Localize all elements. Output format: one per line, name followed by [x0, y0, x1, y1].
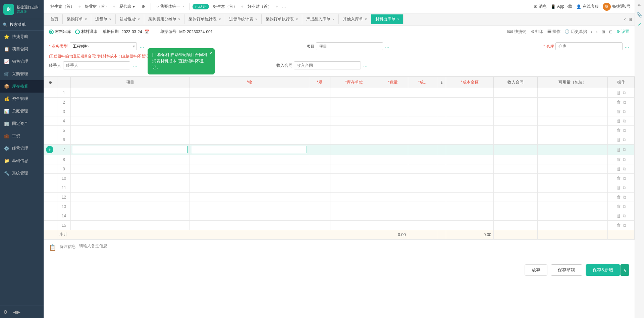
project-dots[interactable]: …	[385, 44, 390, 49]
sidebar-item-sales[interactable]: 📈 销售管理	[0, 55, 44, 68]
close-icon[interactable]: ×	[296, 17, 298, 21]
sidebar-item-fixed-assets[interactable]: 🏢 固定资产	[0, 117, 44, 130]
close-icon[interactable]: ×	[109, 17, 111, 21]
nav-good-biz[interactable]: 好生意（首）	[48, 3, 77, 10]
user-avatar-item[interactable]: 财 畅捷通8号	[603, 3, 631, 11]
business-type-dots[interactable]: …	[140, 44, 144, 49]
sidebar-item-finance[interactable]: 💰 资金管理	[0, 93, 44, 105]
income-contract-dots[interactable]: …	[363, 63, 368, 68]
close-icon[interactable]: ×	[332, 17, 334, 21]
handler-input[interactable]	[63, 61, 130, 69]
nav-more[interactable]: …	[279, 3, 289, 10]
close-icon[interactable]: ×	[255, 17, 257, 21]
copy-row-icon[interactable]: ⧉	[623, 176, 626, 181]
copy-row-icon[interactable]: ⧉	[623, 109, 626, 114]
discard-button[interactable]: 放弃	[525, 264, 547, 276]
sidebar-item-system[interactable]: 🔧 系统管理	[0, 167, 44, 179]
right-clip-icon[interactable]: 📎	[637, 12, 642, 18]
delete-row-icon[interactable]: 🗑	[616, 166, 621, 171]
th-settings[interactable]: ⚙	[44, 77, 57, 88]
tab-finished-goods[interactable]: 产成品入库单 ×	[302, 14, 339, 24]
delete-row-icon[interactable]: 🗑	[616, 185, 621, 190]
shortcut-btn[interactable]: ⌨ 快捷键	[507, 29, 526, 35]
delete-row-icon[interactable]: 🗑	[616, 204, 621, 209]
project-input[interactable]	[316, 42, 383, 50]
add-row-button[interactable]: +	[46, 146, 53, 153]
sidebar-item-base[interactable]: 📁 基础信息	[0, 155, 44, 167]
history-btn[interactable]: 🕐 历史单据	[565, 29, 587, 35]
online-service-item[interactable]: 👤 在线客服	[576, 4, 599, 9]
print-btn[interactable]: 🖨 打印	[530, 29, 543, 35]
tab-purchase-order[interactable]: 采购订单 ×	[63, 14, 91, 24]
copy-row-icon[interactable]: ⧉	[623, 128, 626, 133]
delete-row-icon[interactable]: 🗑	[616, 100, 621, 105]
view-list-btn[interactable]: ⊞	[602, 29, 605, 35]
sidebar-item-quick-nav[interactable]: ⭐ 快捷导航	[0, 31, 44, 43]
close-icon[interactable]: ×	[219, 17, 221, 21]
nav-settings-icon[interactable]: ⚙	[139, 3, 148, 10]
sidebar-item-payroll[interactable]: 💼 工资	[0, 130, 44, 142]
tab-incoming-stats[interactable]: 进货单统计表 ×	[225, 14, 262, 24]
delete-row-icon[interactable]: 🗑	[616, 223, 621, 228]
business-type-input[interactable]	[70, 42, 137, 50]
sidebar-item-project[interactable]: 📋 项目合同	[0, 43, 44, 55]
copy-row-icon[interactable]: ⧉	[623, 204, 626, 209]
copy-row-icon[interactable]: ⧉	[623, 100, 626, 105]
tab-grid-icon[interactable]: ⊞	[629, 17, 632, 22]
close-icon[interactable]: ×	[365, 17, 367, 21]
tab-other-inbound[interactable]: 其他入库单 ×	[339, 14, 371, 24]
copy-row-icon[interactable]: ⧉	[623, 137, 626, 143]
tab-home[interactable]: 首页	[46, 14, 63, 24]
delete-row-icon[interactable]: 🗑	[616, 90, 621, 95]
app-download-item[interactable]: 📱 App下载	[551, 4, 572, 9]
close-icon[interactable]: ×	[178, 17, 180, 21]
warehouse-input[interactable]	[555, 42, 623, 50]
settings-btn[interactable]: ⚙ 设置	[616, 29, 629, 35]
sidebar-search[interactable]: 🔍 搜索菜单	[0, 19, 44, 31]
tab-purchase-fee[interactable]: 采购费用分摊单 ×	[144, 14, 185, 24]
nav-biz2[interactable]: 好生意（首）	[210, 3, 240, 10]
delete-row-icon[interactable]: 🗑	[616, 109, 621, 114]
close-all-icon[interactable]: ×	[624, 17, 626, 22]
tab-incoming-return[interactable]: 进货退货 ×	[116, 14, 144, 24]
nav-next-btn[interactable]: ›	[596, 29, 598, 35]
tab-purchase-stats[interactable]: 采购订单统计表 ×	[184, 14, 225, 24]
handler-dots[interactable]: …	[133, 63, 138, 68]
radio-material-out[interactable]: 材料出库	[49, 29, 71, 35]
nav-good-finance[interactable]: 好业财（首）	[82, 3, 112, 10]
copy-row-icon[interactable]: ⧉	[623, 90, 626, 96]
tab-material-outbound[interactable]: 材料出库单 ×	[371, 14, 404, 24]
copy-row-icon[interactable]: ⧉	[623, 157, 626, 162]
save-new-split-button[interactable]: ∧	[620, 264, 629, 276]
close-icon[interactable]: ×	[85, 17, 87, 21]
delete-row-icon[interactable]: 🗑	[616, 137, 621, 142]
copy-row-icon[interactable]: ⧉	[623, 185, 626, 191]
delete-row-icon[interactable]: 🗑	[616, 147, 621, 152]
notes-input[interactable]	[79, 243, 629, 257]
nav-prev-btn[interactable]: ‹	[591, 29, 592, 35]
tab-purchase-exec[interactable]: 采购订单执行表 ×	[262, 14, 302, 24]
nav-finance2[interactable]: 好业财（首）	[245, 3, 274, 10]
copy-row-icon[interactable]: ⧉	[623, 195, 626, 200]
row-project[interactable]	[71, 145, 190, 155]
copy-row-icon[interactable]: ⧉	[623, 166, 626, 172]
row-material-input[interactable]	[192, 146, 307, 153]
copy-row-icon[interactable]: ⧉	[623, 223, 626, 228]
sidebar-item-purchase[interactable]: 🛒 采购管理	[0, 68, 44, 80]
sidebar-item-inventory[interactable]: 📦 库存核算	[0, 80, 44, 93]
warehouse-dots[interactable]: …	[625, 44, 629, 49]
save-new-button[interactable]: 保存&新增	[586, 264, 620, 276]
delete-row-icon[interactable]: 🗑	[616, 118, 621, 123]
delete-row-icon[interactable]: 🗑	[616, 195, 621, 200]
calendar-icon[interactable]: 📅	[145, 30, 150, 34]
income-contract-input[interactable]	[294, 61, 361, 69]
copy-row-icon[interactable]: ⧉	[623, 213, 626, 219]
close-icon[interactable]: ×	[397, 17, 399, 21]
close-icon[interactable]: ×	[138, 17, 140, 21]
messages-item[interactable]: ✉ 消息	[534, 4, 547, 9]
row-material[interactable]	[190, 145, 309, 155]
operation-btn[interactable]: ☰ 操作	[547, 29, 560, 35]
delete-row-icon[interactable]: 🗑	[616, 176, 621, 181]
sidebar-item-ops[interactable]: ⚙️ 经营管理	[0, 142, 44, 155]
copy-row-icon[interactable]: ⧉	[623, 147, 626, 152]
